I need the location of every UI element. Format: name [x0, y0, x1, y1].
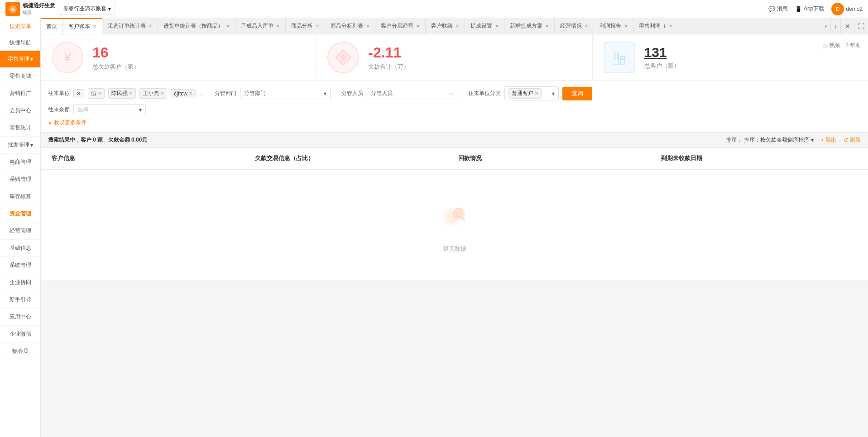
tab-product-analysis-list-label: 商品分析列表	[331, 22, 363, 30]
help-btn[interactable]: ? 帮助	[845, 42, 861, 49]
tab-product-analysis-list[interactable]: 商品分析列表 ✕	[325, 18, 375, 34]
sidebar-item-finance[interactable]: 资金管理	[0, 205, 40, 223]
staff-filter-select[interactable]: 分管人员 ···	[367, 88, 457, 99]
table-header-customer-info: 客户信息	[48, 152, 251, 164]
tab-home[interactable]: 首页	[41, 18, 63, 34]
question-icon: ?	[845, 43, 849, 49]
sidebar-item-member-center[interactable]: 会员中心	[0, 102, 40, 119]
unit-classify-select[interactable]: 普通客户 ✕ ▾	[504, 86, 559, 100]
tab-customer-contact-close[interactable]: ✕	[456, 24, 459, 28]
sidebar-item-basic-info[interactable]: 基础信息	[0, 240, 40, 257]
sidebar-item-ops-mgmt[interactable]: 经营管理	[0, 223, 40, 240]
filter-tag-normal-close[interactable]: ✕	[535, 91, 538, 96]
refresh-btn[interactable]: ↺ 刷新	[844, 136, 861, 144]
sidebar-quick-nav[interactable]: 快捷导航	[0, 35, 40, 51]
stat-help-area: ▷ 视频 ? 帮助	[824, 42, 861, 49]
user-area[interactable]: D demo2	[831, 3, 863, 15]
play-icon: ▷	[824, 43, 828, 49]
filter-tag-wu-close[interactable]: ✕	[98, 91, 101, 96]
message-btn[interactable]: 💬 消息	[768, 5, 788, 13]
sidebar-item-new-guide[interactable]: 新手引导	[0, 291, 40, 309]
tab-next-btn[interactable]: ›	[831, 18, 841, 34]
tab-customer-account-close[interactable]: ✕	[93, 24, 96, 29]
balance-filter-select[interactable]: 选择... ▾	[73, 104, 146, 115]
tab-purchase-order-stats[interactable]: 采购订单统计表 ✕	[102, 18, 158, 34]
sidebar-item-ecommerce[interactable]: 电商管理	[0, 154, 40, 171]
sidebar-item-retail-mgmt[interactable]: 零售管理 ▾	[0, 51, 40, 68]
sidebar-item-app-center[interactable]: 应用中心	[0, 309, 40, 326]
video-label: 视频	[829, 42, 840, 49]
tab-product-analysis-list-close[interactable]: ✕	[366, 24, 369, 28]
tab-product-inbound-close[interactable]: ✕	[276, 24, 280, 28]
top-bar-right: 💬 消息 📱 App下载 D demo2	[768, 3, 863, 15]
tab-customer-segment-close[interactable]: ✕	[416, 24, 420, 28]
app-download-btn[interactable]: 📱 App下载	[795, 5, 824, 13]
dept-filter-select[interactable]: 分管部门 ▾	[240, 88, 331, 99]
dept-dropdown-icon: ▾	[324, 90, 326, 97]
tab-new-reminder[interactable]: 新增提成方案 ✕	[504, 18, 555, 34]
tab-product-inbound[interactable]: 产成品入库单 ✕	[235, 18, 286, 34]
export-btn[interactable]: ↑ 导出	[821, 136, 836, 144]
svg-rect-5	[620, 57, 625, 64]
filter-tag-chen-close[interactable]: ✕	[129, 91, 133, 96]
sidebar-item-sys-mgmt[interactable]: 系统管理	[0, 257, 40, 274]
tab-reminder-settings-close[interactable]: ✕	[495, 24, 499, 28]
sidebar-item-corp-collab[interactable]: 企业协同	[0, 274, 40, 291]
org-name: 母婴行业演示账套	[63, 5, 106, 13]
svg-point-18	[456, 211, 457, 213]
message-label: 消息	[777, 5, 788, 13]
tab-retail-profit-close[interactable]: ✕	[669, 24, 672, 28]
tab-ops-status-close[interactable]: ✕	[585, 24, 588, 28]
sort-select[interactable]: 排序： 排序：按欠款金额倒序排序 ▾	[726, 136, 814, 144]
tab-reminder-settings[interactable]: 提成设置 ✕	[465, 18, 504, 34]
tab-purchase-close[interactable]: ✕	[149, 24, 152, 28]
sidebar-item-corp-wechat[interactable]: 企业微信	[0, 326, 40, 343]
tab-reminder-settings-label: 提成设置	[470, 22, 492, 30]
filter-more-btn[interactable]: ...	[199, 90, 204, 97]
tab-profit-report[interactable]: 利润报告 ✕	[594, 18, 633, 34]
sidebar-item-inventory[interactable]: 库存核算	[0, 188, 40, 205]
dept-placeholder: 分管部门	[244, 90, 266, 97]
video-help-btn[interactable]: ▷ 视频	[824, 42, 840, 49]
sidebar-arrow-icon: ▾	[30, 56, 33, 62]
tab-product-analysis-close[interactable]: ✕	[316, 24, 319, 28]
tab-profit-report-close[interactable]: ✕	[624, 24, 628, 28]
tab-inbound-close[interactable]: ✕	[226, 24, 230, 28]
tab-fullscreen-btn[interactable]: ⛶	[854, 18, 868, 34]
filter-tag-wangxiaoliang: 王小亮 ✕	[139, 88, 167, 99]
sidebar-item-vip-member[interactable]: 畅会员	[0, 343, 40, 360]
tab-retail-profit[interactable]: 零售利润（ ✕	[633, 18, 678, 34]
sidebar-item-purchase[interactable]: 采购管理	[0, 171, 40, 188]
tab-new-reminder-close[interactable]: ✕	[545, 24, 549, 28]
collapse-btn[interactable]: ∧ 收起更多条件	[48, 119, 861, 127]
tab-customer-account[interactable]: 客户账本 ✕	[63, 18, 102, 34]
tab-new-reminder-label: 新增提成方案	[510, 22, 542, 30]
staff-more-btn[interactable]: ···	[449, 90, 453, 97]
tab-prev-btn[interactable]: ‹	[821, 18, 831, 34]
org-selector[interactable]: 母婴行业演示账套 ▾	[59, 3, 115, 15]
tab-customer-contact[interactable]: 客户联络 ✕	[426, 18, 465, 34]
tab-product-analysis[interactable]: 商品分析 ✕	[286, 18, 325, 34]
sidebar-item-marketing[interactable]: 营销推广	[0, 85, 40, 102]
filter-row-1: 往来单位 ✕ 伍 ✕ 陈民强 ✕ 王小亮 ✕	[48, 86, 861, 100]
sidebar-item-batch-mgmt[interactable]: 批发管理 ▾	[0, 137, 40, 154]
query-btn[interactable]: 查询	[562, 87, 592, 100]
tab-customer-segment[interactable]: 客户分层经营 ✕	[375, 18, 426, 34]
unit-classify-dropdown-icon: ▾	[552, 90, 555, 97]
balance-placeholder: 选择...	[77, 106, 93, 114]
filter-tag-cjttcw-close[interactable]: ✕	[189, 91, 192, 96]
tab-inbound-stats[interactable]: 进货单统计表（按商品） ✕	[158, 18, 235, 34]
logo-text-area: 畅捷通好生意 标版	[23, 2, 55, 16]
main-layout: 搜索菜单 快捷导航 零售管理 ▾ 零售商城 营销推广 会员中心 零售统计 批发管…	[0, 18, 868, 437]
filter-tag-wang-close[interactable]: ✕	[160, 91, 164, 96]
tab-close-all-btn[interactable]: ✕	[841, 18, 854, 34]
sidebar-item-retail-mall[interactable]: 零售商城	[0, 68, 40, 85]
sort-label: 排序：	[726, 136, 742, 144]
page-content: ¥ 16 总欠款客户（家） -2.11 欠款合计（万）	[41, 34, 868, 437]
balance-dropdown-icon: ▾	[139, 107, 142, 113]
tab-ops-status[interactable]: 经营情况 ✕	[555, 18, 594, 34]
stat-label-debt-customers: 总欠款客户（家）	[92, 63, 139, 71]
sidebar-search[interactable]: 搜索菜单	[0, 18, 40, 35]
sidebar-item-retail-stats[interactable]: 零售统计	[0, 119, 40, 137]
filter-tag-chenminqiang: 陈民强 ✕	[108, 88, 136, 99]
